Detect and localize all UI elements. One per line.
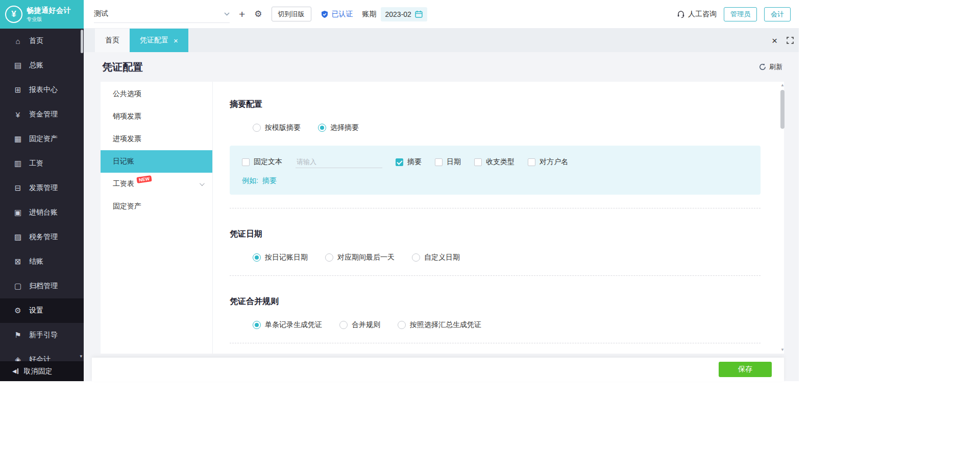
checkbox-fixed-text[interactable]: 固定文本 [242,157,282,167]
subnav-item-journal[interactable]: 日记账 [101,150,212,173]
subnav-item-common-options[interactable]: 公共选项 [101,83,212,105]
scroll-up-icon[interactable]: ▲ [780,83,785,88]
radio-icon [398,321,406,329]
close-all-icon[interactable]: × [772,36,777,45]
subnav-item-sales-invoice[interactable]: 销项发票 [101,105,212,128]
accountant-button[interactable]: 会计 [764,7,791,21]
subnav-label: 进项发票 [113,134,141,144]
radio-merge-rule[interactable]: 合并规则 [339,320,380,330]
sidebar-item-report-center[interactable]: ⊞ 报表中心 [0,78,84,102]
summary-options-box: 固定文本 摘要 日期 [230,146,761,195]
tab-label: 首页 [105,36,119,45]
fullscreen-icon[interactable] [787,37,794,44]
radio-icon [412,253,420,262]
chevron-down-icon[interactable] [200,181,205,186]
shield-check-icon [321,10,329,18]
sidebar-item-label: 发票管理 [29,183,58,193]
sidebar-item-general-ledger[interactable]: ▤ 总账 [0,53,84,78]
checkbox-income-expense-type[interactable]: 收支类型 [474,157,514,167]
section-divider [230,208,761,208]
radio-select-summary[interactable]: 选择摘要 [318,123,359,132]
admin-button[interactable]: 管理员 [724,7,757,21]
radio-journal-date[interactable]: 按日记账日期 [253,253,308,262]
sidebar-item-fixed-assets[interactable]: ▦ 固定资产 [0,127,84,151]
sidebar-item-label: 新手引导 [29,331,58,340]
fixed-text-input[interactable] [296,156,382,168]
content-scrollbar: ▲ ▼ [780,83,785,353]
radio-icon [325,253,333,262]
section-title-voucher-date: 凭证日期 [230,229,772,240]
unpin-sidebar-button[interactable]: ◀ 取消固定 [0,361,84,381]
subnav-item-salary-sheet[interactable]: 工资表 NEW [101,173,212,195]
sidebar-item-label: 资金管理 [29,110,58,119]
save-button[interactable]: 保存 [719,362,772,377]
radio-icon [339,321,348,329]
content-area: 凭证配置 刷新 公共选项 销项发票 进项发票 [84,52,799,381]
radio-summarize-by-selection[interactable]: 按照选择汇总生成凭证 [398,320,481,330]
radio-icon [253,253,261,262]
account-set-value: 测试 [94,9,108,18]
radio-label: 按日记账日期 [265,253,308,262]
scrollbar-thumb[interactable] [780,90,785,129]
refresh-button[interactable]: 刷新 [759,62,782,72]
subnav-item-fixed-assets[interactable]: 固定资产 [101,195,212,218]
subnav-item-purchase-invoice[interactable]: 进项发票 [101,128,212,150]
brand-title: 畅捷通好会计 [27,7,71,14]
checkbox-label: 日期 [447,157,461,167]
summary-example: 例如: 摘要 [242,176,748,185]
radio-icon [253,124,261,132]
sidebar-item-label: 首页 [29,36,43,45]
brand-subtitle: 专业版 [27,16,71,22]
config-subnav: 公共选项 销项发票 进项发票 日记账 工资表 NEW [101,82,213,354]
sidebar-item-tax[interactable]: ▨ 税务管理 [0,225,84,249]
sidebar-item-closing[interactable]: ⊠ 结账 [0,249,84,274]
sidebar-item-label: 设置 [29,306,43,315]
subnav-label: 工资表 [113,179,134,189]
tab-close-icon[interactable]: × [174,37,178,44]
unpin-label: 取消固定 [23,367,52,376]
human-support-button[interactable]: 人工咨询 [677,10,717,19]
ledger-icon: ▤ [13,61,22,70]
sidebar-item-label: 固定资产 [29,134,58,144]
refresh-icon [759,63,766,71]
period-picker[interactable]: 2023-02 [381,7,427,21]
sidebar-item-funds[interactable]: ¥ 资金管理 [0,102,84,127]
radio-template-summary[interactable]: 按模版摘要 [253,123,301,132]
switch-old-version-button[interactable]: 切到旧版 [272,7,311,21]
sidebar-item-archive[interactable]: ▢ 归档管理 [0,274,84,298]
radio-custom-date[interactable]: 自定义日期 [412,253,460,262]
journal-config-panel: 摘要配置 按模版摘要 选择摘要 [213,82,784,354]
checkbox-icon [528,158,535,166]
radio-period-last-day[interactable]: 对应期间最后一天 [325,253,395,262]
funds-icon: ¥ [13,110,22,119]
scroll-down-icon[interactable]: ▼ [780,347,785,353]
report-icon: ⊞ [13,85,22,95]
tab-home[interactable]: 首页 [95,29,130,52]
archive-icon: ▢ [13,282,22,291]
merge-rule-group: 单条记录生成凭证 合并规则 按照选择汇总生成凭证 [253,320,772,330]
salary-icon: ▥ [13,159,22,168]
example-value-link[interactable]: 摘要 [262,176,277,185]
add-account-set-button[interactable]: + [239,9,245,19]
settings-gear-button[interactable]: ⚙ [254,10,262,18]
account-set-select[interactable]: 测试 [94,6,230,23]
section-title-summary: 摘要配置 [230,99,772,110]
brand-header: ¥ 畅捷通好会计 专业版 [0,0,84,29]
checkbox-counterparty-name[interactable]: 对方户名 [528,157,568,167]
sidebar-scroll-down-icon[interactable]: ▾ [80,354,82,359]
checkbox-summary[interactable]: 摘要 [396,157,422,167]
sidebar-item-salary[interactable]: ▥ 工资 [0,151,84,176]
main-area: 测试 + ⚙ 切到旧版 已认证 账期 2023-02 人工咨询 [84,0,799,381]
tab-voucher-config[interactable]: 凭证配置 × [130,29,188,52]
sidebar-item-inventory-ledger[interactable]: ▣ 进销台账 [0,200,84,225]
tab-label: 凭证配置 [140,36,168,45]
sidebar-item-invoice[interactable]: ⊟ 发票管理 [0,176,84,200]
guide-flag-icon: ⚑ [13,331,22,340]
sidebar-item-home[interactable]: ⌂ 首页 [0,29,84,53]
sidebar-item-guide[interactable]: ⚑ 新手引导 [0,323,84,347]
radio-single-record[interactable]: 单条记录生成凭证 [253,320,322,330]
section-title-merge-rule: 凭证合并规则 [230,296,772,307]
checkbox-date[interactable]: 日期 [435,157,461,167]
sidebar-item-settings[interactable]: ⚙ 设置 [0,298,84,323]
sidebar-scrollbar-thumb[interactable] [81,30,83,53]
